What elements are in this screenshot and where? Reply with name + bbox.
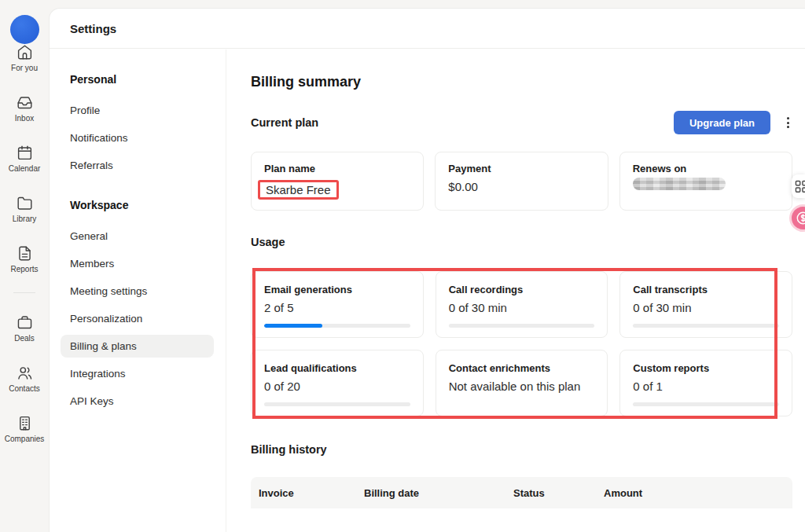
contact-enrichments-card: Contact enrichments Not available on thi… [436, 350, 608, 416]
plan-name-highlight-annotation: Skarbe Free [258, 180, 339, 200]
nav-item-members[interactable]: Members [61, 252, 214, 275]
progress-track [633, 324, 779, 328]
col-billing-date: Billing date [364, 487, 513, 499]
rail-item-label: Calendar [9, 164, 41, 173]
rail-item-label: Inbox [15, 114, 34, 123]
page-title: Settings [70, 22, 116, 35]
progress-track [449, 324, 595, 328]
nav-gap [70, 182, 213, 199]
usage-card-label: Email generations [264, 284, 410, 295]
nav-section-workspace: Workspace [70, 199, 213, 211]
edge-panel-toggle[interactable] [792, 174, 805, 198]
rail-item-label: Contacts [9, 384, 39, 393]
nav-item-profile[interactable]: Profile [61, 99, 214, 122]
rail-item-label: Reports [10, 265, 38, 273]
usage-card-value: 2 of 5 [264, 301, 410, 314]
nav-item-integrations[interactable]: Integrations [61, 362, 214, 385]
usage-cards: Email generations 2 of 5 Call recordings… [251, 271, 792, 416]
billing-history-heading: Billing history [251, 443, 327, 456]
payment-label: Payment [448, 163, 594, 174]
rail-item-label: Companies [5, 435, 45, 443]
col-status: Status [513, 487, 604, 499]
nav-item-notifications[interactable]: Notifications [61, 127, 214, 149]
settings-sidebar: Personal Profile Notifications Referrals… [50, 50, 226, 532]
inbox-icon [17, 94, 33, 111]
call-transcripts-card: Call transcripts 0 of 30 min [619, 271, 792, 338]
dollar-circle-icon [796, 211, 805, 226]
plan-name-label: Plan name [264, 163, 410, 174]
progress-track [264, 324, 410, 328]
nav-section-personal: Personal [70, 73, 213, 86]
rail-item-label: Deals [14, 334, 35, 343]
renews-on-card: Renews on [619, 152, 792, 211]
call-recordings-card: Call recordings 0 of 30 min [436, 271, 608, 338]
nav-item-general[interactable]: General [61, 225, 214, 248]
rail-item-contacts[interactable]: Contacts [0, 365, 49, 393]
progress-fill [264, 324, 322, 328]
usage-card-value: Not available on this plan [449, 380, 595, 393]
col-invoice: Invoice [259, 487, 364, 499]
usage-card-label: Custom reports [633, 362, 779, 374]
rail-item-calendar[interactable]: Calendar [0, 145, 49, 173]
rail-divider [13, 292, 35, 293]
billing-summary-title: Billing summary [251, 74, 792, 90]
rail-item-reports[interactable]: Reports [0, 245, 49, 273]
grid-icon [795, 180, 805, 193]
rail-item-deals[interactable]: Deals [0, 314, 49, 343]
usage-card-label: Call recordings [449, 284, 595, 295]
usage-card-label: Call transcripts [633, 284, 779, 295]
rail-item-label: For you [11, 64, 38, 72]
usage-card-value: 0 of 20 [264, 380, 410, 393]
rail-item-inbox[interactable]: Inbox [0, 94, 49, 123]
users-icon [17, 365, 33, 381]
progress-track [633, 402, 779, 406]
nav-item-billing-plans[interactable]: Billing & plans [61, 335, 214, 358]
nav-item-api-keys[interactable]: API Keys [61, 390, 214, 413]
usage-card-value: 0 of 1 [633, 380, 779, 393]
app-logo[interactable] [10, 15, 39, 44]
redacted-renewal-date [633, 178, 726, 190]
current-plan-heading: Current plan [251, 116, 318, 129]
rail-item-label: Library [13, 215, 37, 223]
current-plan-cards: Plan name Skarbe Free Payment $0.00 Rene… [251, 152, 792, 211]
usage-card-value: 0 of 30 min [449, 301, 595, 314]
table-header-row: Invoice Billing date Status Amount [251, 477, 792, 508]
home-icon [17, 44, 33, 61]
nav-item-meeting-settings[interactable]: Meeting settings [61, 280, 214, 303]
lead-qualifications-card: Lead qualifications 0 of 20 [251, 350, 424, 416]
rail-item-for-you[interactable]: For you [0, 44, 49, 72]
usage-card-label: Contact enrichments [449, 362, 595, 374]
settings-panel: Settings Personal Profile Notifications … [49, 8, 805, 532]
custom-reports-card: Custom reports 0 of 1 [619, 350, 792, 416]
usage-section: Email generations 2 of 5 Call recordings… [251, 271, 792, 416]
plan-name-card: Plan name Skarbe Free [251, 152, 424, 211]
progress-track [264, 402, 410, 406]
current-plan-row: Current plan Upgrade plan [251, 111, 792, 134]
usage-heading: Usage [251, 236, 285, 248]
renews-on-label: Renews on [633, 163, 779, 174]
billing-history-row: Billing history [251, 442, 792, 457]
usage-row: Usage [251, 234, 792, 250]
briefcase-icon [17, 314, 33, 331]
folder-icon [17, 195, 33, 211]
app-rail: For you Inbox Calendar Library Reports D… [0, 0, 49, 532]
email-generations-card: Email generations 2 of 5 [251, 271, 424, 338]
panel-header: Settings [50, 9, 805, 49]
billing-content: Billing summary Current plan Upgrade pla… [251, 50, 792, 532]
nav-item-personalization[interactable]: Personalization [61, 307, 214, 330]
payment-card: Payment $0.00 [435, 152, 608, 211]
billing-history-table: Invoice Billing date Status Amount No re… [251, 477, 792, 532]
usage-card-value: 0 of 30 min [633, 301, 779, 314]
nav-item-referrals[interactable]: Referrals [61, 154, 214, 177]
more-options-icon[interactable] [784, 114, 792, 131]
payment-value: $0.00 [448, 180, 594, 193]
rail-item-companies[interactable]: Companies [0, 415, 49, 443]
usage-card-label: Lead qualifications [264, 362, 410, 374]
upgrade-plan-button[interactable]: Upgrade plan [674, 111, 770, 134]
empty-state-text: No results found [251, 508, 792, 532]
rail-item-library[interactable]: Library [0, 195, 49, 223]
calendar-icon [17, 145, 33, 161]
document-icon [17, 245, 33, 262]
col-amount: Amount [604, 487, 792, 499]
building-icon [17, 415, 33, 431]
